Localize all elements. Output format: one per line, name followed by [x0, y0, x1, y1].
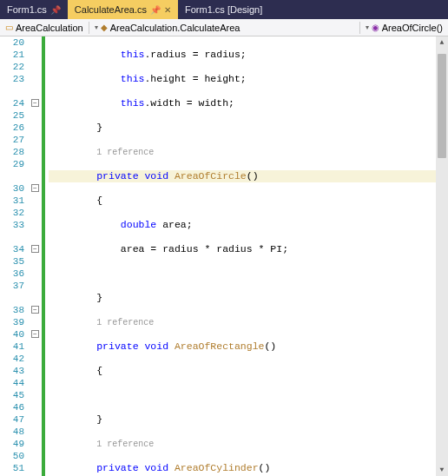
nav-namespace-label: AreaCalculation: [16, 23, 83, 33]
chevron-down-icon: ▾: [95, 23, 98, 31]
namespace-icon: ▭: [5, 23, 13, 32]
nav-namespace-dropdown[interactable]: ▭ AreaCalculation: [0, 19, 89, 36]
line-number-gutter: 20 21 22 23 24 25 26 27 28 29 30 31 32 3…: [0, 36, 30, 476]
tab-label: CalculateArea.cs: [75, 4, 147, 15]
code-editor[interactable]: 20 21 22 23 24 25 26 27 28 29 30 31 32 3…: [0, 36, 448, 476]
tab-calculatearea-cs[interactable]: CalculateArea.cs 📌 ✕: [68, 0, 178, 19]
fold-toggle[interactable]: −: [31, 306, 39, 314]
class-icon: ◆: [101, 23, 108, 32]
fold-toggle[interactable]: −: [31, 99, 39, 107]
tab-form1-design[interactable]: Form1.cs [Design]: [178, 0, 269, 19]
nav-member-dropdown[interactable]: ▾ ◉ AreaOfCircle(): [360, 19, 448, 36]
codelens-references[interactable]: 1 reference: [96, 148, 154, 157]
nav-member-label: AreaOfCircle(): [382, 23, 443, 33]
tab-label: Form1.cs [Design]: [185, 4, 262, 15]
code-area[interactable]: thisthis.radius = radius;.radius = radiu…: [45, 36, 436, 476]
scroll-thumb[interactable]: [438, 54, 446, 158]
tab-form1-cs[interactable]: Form1.cs 📌: [0, 0, 68, 19]
close-icon[interactable]: ✕: [164, 5, 171, 15]
pin-icon[interactable]: 📌: [50, 5, 61, 15]
document-tabs: Form1.cs 📌 CalculateArea.cs 📌 ✕ Form1.cs…: [0, 0, 448, 19]
nav-class-dropdown[interactable]: ▾ ◆ AreaCalculation.CalculateArea: [89, 19, 359, 36]
scroll-up-button[interactable]: ▲: [436, 36, 448, 49]
method-icon: ◉: [372, 23, 379, 32]
navigation-bar: ▭ AreaCalculation ▾ ◆ AreaCalculation.Ca…: [0, 19, 448, 36]
tab-label: Form1.cs: [7, 4, 47, 15]
current-line: private void AreaOfCircle(): [49, 170, 436, 182]
vertical-scrollbar[interactable]: ▲ ▼: [436, 36, 448, 476]
nav-class-label: AreaCalculation.CalculateArea: [110, 23, 240, 33]
fold-toggle[interactable]: −: [31, 184, 39, 192]
fold-column: − − − − −: [30, 36, 42, 476]
fold-toggle[interactable]: −: [31, 245, 39, 253]
fold-toggle[interactable]: −: [31, 330, 39, 338]
codelens-references[interactable]: 1 reference: [96, 440, 154, 449]
scroll-down-button[interactable]: ▼: [436, 464, 448, 476]
codelens-references[interactable]: 1 reference: [96, 318, 154, 327]
chevron-down-icon: ▾: [366, 23, 369, 31]
pin-icon[interactable]: 📌: [150, 5, 161, 15]
